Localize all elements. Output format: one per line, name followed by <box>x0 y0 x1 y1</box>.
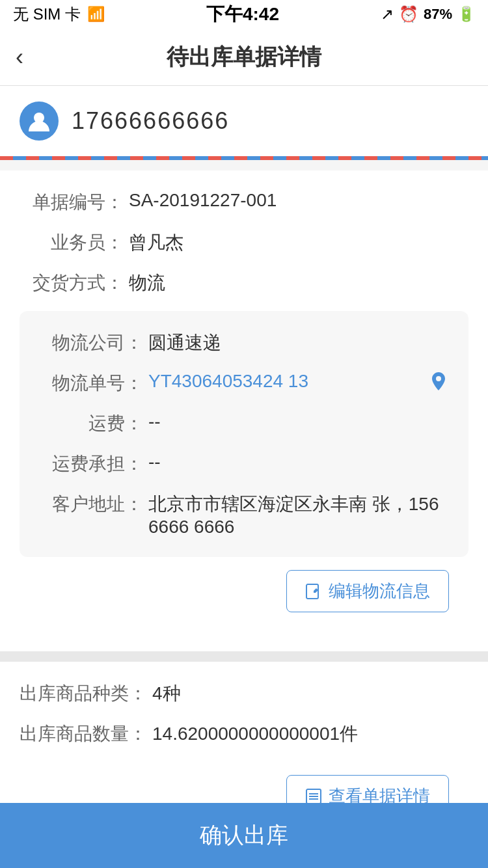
staff-value: 曾凡杰 <box>129 230 468 255</box>
avatar <box>20 102 59 141</box>
logistics-card: 物流公司： 圆通速递 物流单号： YT43064053424 13 运费： --… <box>20 311 468 557</box>
tracking-location-icon[interactable] <box>428 371 449 392</box>
staff-row: 业务员： 曾凡杰 <box>20 230 468 255</box>
confirm-label: 确认出库 <box>200 821 288 850</box>
battery-icon: 🔋 <box>457 6 475 23</box>
goods-type-row: 出库商品种类： 4种 <box>20 681 468 706</box>
page-title: 待出库单据详情 <box>167 42 321 72</box>
status-right: ↗ ⏰ 87% 🔋 <box>381 5 475 23</box>
freight-row: 运费： -- <box>39 411 449 436</box>
goods-quantity-row: 出库商品数量： 14.6200000000000001件 <box>20 722 468 746</box>
order-no-label: 单据编号： <box>20 190 124 215</box>
order-no-row: 单据编号： SA-20191227-001 <box>20 190 468 215</box>
status-bar: 无 SIM 卡 📶 下午4:42 ↗ ⏰ 87% 🔋 <box>0 0 488 29</box>
goods-type-label: 出库商品种类： <box>20 681 147 706</box>
logistics-tracking-label: 物流单号： <box>39 371 143 396</box>
freight-bearer-label: 运费承担： <box>39 452 143 476</box>
avatar-icon <box>27 109 51 133</box>
logistics-company-label: 物流公司： <box>39 331 143 355</box>
address-label: 客户地址： <box>39 492 143 517</box>
logistics-company-value: 圆通速递 <box>148 331 449 355</box>
battery-label: 87% <box>424 6 452 23</box>
freight-label: 运费： <box>39 411 143 436</box>
delivery-label: 交货方式： <box>20 271 124 295</box>
order-info-section: 单据编号： SA-20191227-001 业务员： 曾凡杰 交货方式： 物流 … <box>0 170 488 651</box>
address-value: 北京市市辖区海淀区永丰南 张，156 6666 6666 <box>148 492 449 537</box>
delivery-row: 交货方式： 物流 <box>20 271 468 295</box>
order-no-value: SA-20191227-001 <box>129 190 468 211</box>
user-phone: 17666666666 <box>72 107 229 135</box>
location-status-icon: ↗ <box>381 5 394 23</box>
user-header: 17666666666 <box>0 86 488 156</box>
edit-logistics-container: 编辑物流信息 <box>20 557 468 632</box>
goods-quantity-label: 出库商品数量： <box>20 722 147 746</box>
gray-separator <box>0 651 488 662</box>
nav-bar: ‹ 待出库单据详情 <box>0 29 488 86</box>
status-time: 下午4:42 <box>206 2 279 27</box>
address-row: 客户地址： 北京市市辖区海淀区永丰南 张，156 6666 6666 <box>39 492 449 537</box>
logistics-tracking-value: YT43064053424 13 <box>148 371 420 392</box>
staff-label: 业务员： <box>20 230 124 255</box>
freight-bearer-value: -- <box>148 452 449 472</box>
edit-logistics-button[interactable]: 编辑物流信息 <box>286 570 449 612</box>
logistics-tracking-row: 物流单号： YT43064053424 13 <box>39 371 449 396</box>
list-icon <box>305 788 322 805</box>
carrier-label: 无 SIM 卡 <box>13 4 81 25</box>
alarm-icon: ⏰ <box>399 5 418 23</box>
freight-value: -- <box>148 411 449 432</box>
dashed-divider <box>0 156 488 160</box>
confirm-bar[interactable]: 确认出库 <box>0 803 488 868</box>
status-left: 无 SIM 卡 📶 <box>13 4 105 25</box>
freight-bearer-row: 运费承担： -- <box>39 452 449 476</box>
delivery-value: 物流 <box>129 271 468 295</box>
wifi-icon: 📶 <box>87 6 105 23</box>
logistics-company-row: 物流公司： 圆通速递 <box>39 331 449 355</box>
goods-quantity-value: 14.6200000000000001件 <box>152 722 468 746</box>
edit-logistics-label: 编辑物流信息 <box>329 580 430 603</box>
back-button[interactable]: ‹ <box>16 44 23 71</box>
goods-type-value: 4种 <box>152 681 468 706</box>
edit-icon <box>305 583 322 600</box>
